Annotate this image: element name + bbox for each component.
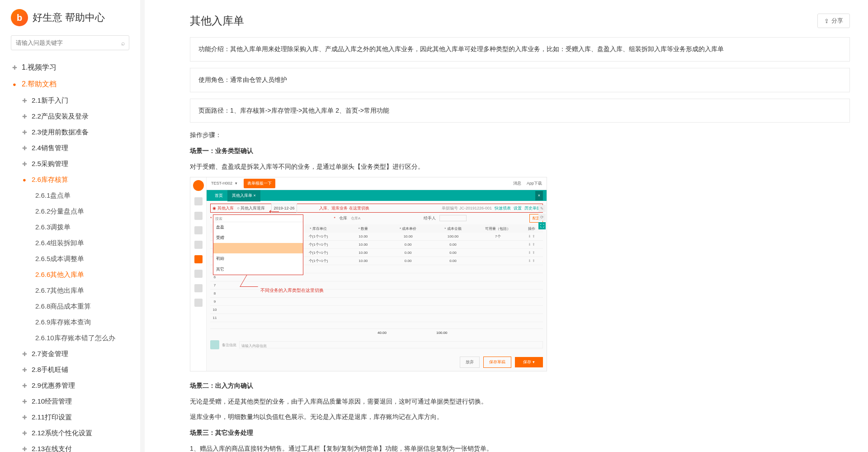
ss-tabs: 首页 其他入库单 × ×	[207, 190, 547, 201]
ss-radio1: ◉ 其他入库	[212, 205, 234, 212]
ss-nav-icon	[194, 212, 203, 220]
ss-chevron-down-icon: ▾	[235, 180, 237, 187]
nav-help-docs[interactable]: ●2.帮助文档	[11, 76, 129, 93]
ss-topbar: TEST-H002 ▾ 表单模板一下 消息 App下载	[207, 177, 547, 190]
content-section: 操作步骤： 场景一：业务类型确认 对于受赠、盘盈或是拆装入库等不同的业务，是通过…	[190, 129, 850, 452]
scenario1-text: 对于受赠、盘盈或是拆装入库等不同的业务，是通过单据头【业务类型】进行区分。	[190, 161, 850, 173]
nav-2-6-8[interactable]: 2.6.8商品成本重算	[11, 299, 129, 314]
ss-nav-icon	[194, 241, 203, 249]
nav-2-7[interactable]: ✚2.7资金管理	[11, 346, 129, 362]
nav-2-10[interactable]: ✚2.10经营管理	[11, 394, 129, 409]
plus-icon: ✚	[21, 97, 28, 105]
ss-logo-icon	[193, 180, 204, 191]
ss-radio2: ○ 其他入库退库	[237, 205, 265, 212]
share-button[interactable]: ⇪分享	[817, 14, 850, 28]
ss-msg-link: 消息	[513, 180, 521, 187]
brand-row: b 好生意 帮助中心	[11, 9, 129, 26]
nav-2-6-3[interactable]: 2.6.3调拨单	[11, 219, 129, 235]
nav-2-6-10[interactable]: 2.6.10库存账本错了怎么办	[11, 330, 129, 346]
ss-top-right: 消息 App下载	[513, 180, 542, 187]
scenario2-text2: 退库业务中，明细数量均以负值红色展示。无论是入库还是退库，库存账均记在入库方向。	[190, 411, 850, 423]
ss-form-row: ◉ 其他入库 ○ 其他入库退库 2019-12-26 入库、退库业务 在这里切换…	[210, 204, 543, 213]
ss-total1: 40.00	[377, 329, 387, 336]
nav-2-11[interactable]: ✚2.11打印设置	[11, 409, 129, 425]
ss-tool-icon: ⟳	[538, 214, 546, 221]
nav-2-1[interactable]: ✚2.1新手入门	[11, 93, 129, 109]
plus-icon: ✚	[21, 113, 28, 120]
page-title: 其他入库单	[190, 14, 244, 28]
nav-2-6-4[interactable]: 2.6.4组装拆卸单	[11, 235, 129, 251]
nav-2-6-5[interactable]: 2.6.5成本调整单	[11, 251, 129, 267]
ss-dd-item: 受赠	[213, 233, 303, 243]
brand-title: 好生意 帮助中心	[33, 11, 105, 24]
scenario3-text: 1、赠品入库的商品直接转为销售。通过工具栏【复制/复制为销货单】功能，将单据信息…	[190, 442, 850, 452]
ss-close-icon: ×	[535, 191, 543, 200]
ss-tool-icon: ✎	[538, 205, 546, 212]
logo-icon: b	[11, 9, 28, 26]
ss-remark-icon	[210, 340, 219, 349]
plus-icon: ✚	[21, 366, 28, 374]
search-box: ⌕	[11, 35, 129, 50]
path-label: 页面路径：	[198, 107, 230, 114]
path-text: 1、库存核算->库存管理->其他入库单 2、首页->常用功能	[230, 107, 389, 114]
ss-row: 11	[210, 314, 543, 322]
nav-2-2[interactable]: ✚2.2产品安装及登录	[11, 109, 129, 124]
nav-2-12[interactable]: ✚2.12系统个性化设置	[11, 425, 129, 441]
ss-link-quick: 快速填表	[495, 205, 511, 212]
nav-2-8[interactable]: ✚2.8手机旺铺	[11, 362, 129, 378]
page-header: 其他入库单 ⇪分享	[190, 14, 850, 28]
embedded-screenshot: TEST-H002 ▾ 表单模板一下 消息 App下载 首页 其他入库单 × ×…	[190, 177, 547, 371]
plus-icon: ✚	[21, 382, 28, 390]
ss-dd-item: 盘盈	[213, 222, 303, 233]
role-text: 通常由仓管人员维护	[230, 76, 287, 83]
search-icon[interactable]: ⌕	[121, 39, 125, 47]
ss-dd-item: 其它	[213, 264, 303, 275]
nav-2-4[interactable]: ✚2.4销售管理	[11, 140, 129, 156]
ss-bottom-buttons: 放弃 保存草稿 保存 ▾	[210, 357, 543, 367]
plus-icon: ✚	[11, 64, 18, 71]
ss-handler-input	[439, 215, 467, 221]
plus-icon: ✚	[21, 145, 28, 152]
nav-2-6-9[interactable]: 2.6.9库存账本查询	[11, 314, 129, 330]
intro-box: 功能介绍：其他入库单用来处理除采购入库、产成品入库之外的其他入库业务，因此其他入…	[190, 37, 850, 62]
role-label: 使用角色：	[198, 76, 230, 83]
ss-remark-label: 备注信息	[222, 342, 236, 348]
intro-text: 其他入库单用来处理除采购入库、产成品入库之外的其他入库业务，因此其他入库单可处理…	[230, 45, 724, 52]
plus-icon: ✚	[21, 430, 28, 437]
ss-remark-input: 请输入内容信息	[239, 341, 543, 348]
nav-2-6-1[interactable]: 2.6.1盘点单	[11, 188, 129, 204]
nav-2-5[interactable]: ✚2.5采购管理	[11, 156, 129, 172]
ss-tab-home: 首页	[210, 190, 227, 201]
nav-2-6-2[interactable]: 2.6.2分量盘点单	[11, 204, 129, 219]
ss-dd-search: 搜索	[213, 215, 303, 222]
scenario2-text1: 无论是受赠，还是其他类型的业务，由于入库商品质量等原因，需要退回，这时可通过单据…	[190, 395, 850, 408]
ss-test-label: TEST-H002	[211, 180, 232, 187]
role-box: 使用角色：通常由仓管人员维护	[190, 68, 850, 92]
ss-th: 可用量（包括）	[476, 225, 520, 232]
ss-annotation2: 不同业务的入库类型在这里切换	[260, 286, 324, 295]
ss-doc-no: 单据编号 JC-20191226-001	[442, 205, 492, 212]
ss-dd-item-selected	[213, 243, 303, 253]
nav-2-6[interactable]: ●2.6库存核算	[11, 172, 129, 188]
nav-video[interactable]: ✚1.视频学习	[11, 59, 129, 76]
nav-2-6-7[interactable]: 2.6.7其他出库单	[11, 283, 129, 299]
ss-nav-icon-active	[194, 255, 203, 263]
ss-rightbar: ✎ ⟳ ⛶	[538, 204, 547, 231]
ss-nav-icon	[194, 299, 203, 307]
search-input[interactable]	[11, 35, 129, 50]
ss-nav-icon	[194, 284, 203, 292]
ss-row: 10	[210, 306, 543, 314]
scenario2-title: 场景二：出入方向确认	[190, 380, 850, 392]
ss-handler-label: 经手人	[424, 214, 436, 222]
nav-2-13[interactable]: ✚2.13在线支付	[11, 441, 129, 452]
plus-icon: ✚	[21, 414, 28, 421]
ss-cancel-btn: 放弃	[460, 357, 480, 368]
plus-icon: ✚	[21, 351, 28, 358]
ss-remark-row: 备注信息 请输入内容信息	[210, 338, 543, 351]
ss-total-row: 40.00 100.00	[210, 328, 543, 337]
ss-annotation1: 入库、退库业务 在这里切换	[319, 205, 369, 212]
nav-2-3[interactable]: ✚2.3使用前数据准备	[11, 124, 129, 140]
nav-2-6-6[interactable]: 2.6.6其他入库单	[11, 267, 129, 283]
ss-right-links: 单据编号 JC-20191226-001 快速填表 设置 历史单据	[442, 205, 541, 212]
nav-2-9[interactable]: ✚2.9优惠券管理	[11, 378, 129, 394]
